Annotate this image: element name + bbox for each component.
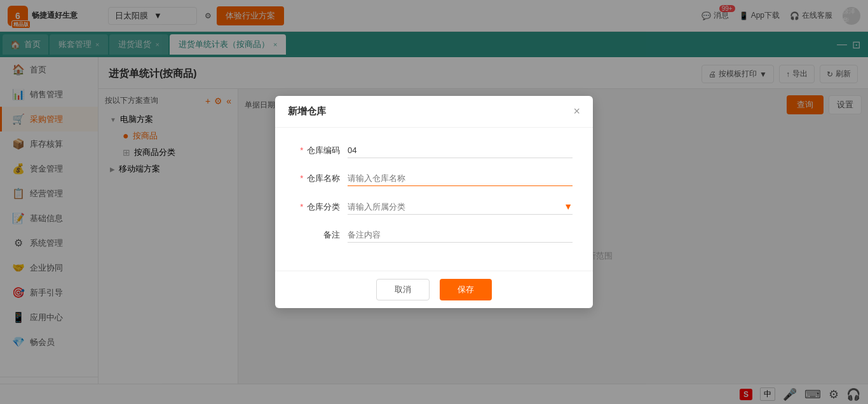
save-button[interactable]: 保存 xyxy=(440,279,492,300)
new-warehouse-dialog: 新增仓库 × * 仓库编码 * 仓库名称 xyxy=(275,96,593,308)
required-star-code: * xyxy=(300,145,303,155)
category-select-container[interactable]: ▼ xyxy=(348,199,573,215)
warehouse-name-input[interactable] xyxy=(348,171,573,186)
form-label-category: * 仓库分类 xyxy=(295,201,340,213)
form-label-code: * 仓库编码 xyxy=(295,145,340,156)
required-star-name: * xyxy=(300,173,303,183)
dialog-close-button[interactable]: × xyxy=(573,105,580,118)
form-label-name: * 仓库名称 xyxy=(295,173,340,184)
warehouse-code-input[interactable] xyxy=(348,143,573,158)
cancel-button[interactable]: 取消 xyxy=(376,279,430,300)
required-star-category: * xyxy=(300,202,303,212)
form-row-category: * 仓库分类 ▼ xyxy=(295,199,573,215)
dialog-header: 新增仓库 × xyxy=(275,96,593,128)
dialog-footer: 取消 保存 xyxy=(275,271,593,308)
form-row-note: 备注 xyxy=(295,227,573,243)
dialog-body: * 仓库编码 * 仓库名称 * 仓库分类 xyxy=(275,128,593,271)
form-label-note: 备注 xyxy=(295,229,340,241)
category-dropdown-icon: ▼ xyxy=(564,201,573,212)
warehouse-category-input[interactable] xyxy=(348,202,564,212)
dialog-title: 新增仓库 xyxy=(288,105,326,118)
form-row-code: * 仓库编码 xyxy=(295,143,573,158)
dialog-overlay: 新增仓库 × * 仓库编码 * 仓库名称 xyxy=(0,0,868,404)
form-row-name: * 仓库名称 xyxy=(295,171,573,186)
warehouse-note-input[interactable] xyxy=(348,227,573,243)
